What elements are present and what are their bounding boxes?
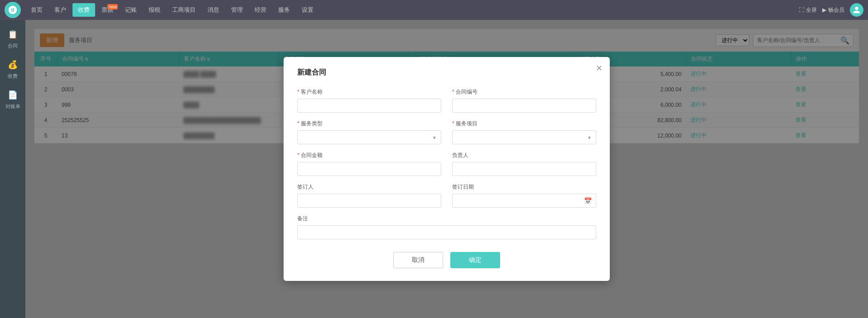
confirm-button[interactable]: 确定: [450, 252, 500, 268]
sign-date-label: 签订日期: [452, 183, 596, 191]
service-type-select-wrap: ▼: [297, 130, 441, 144]
content-area: 新增 服务项目 进行中 已完成 已终止 🔍: [25, 20, 868, 318]
fee-icon: 💰: [6, 58, 19, 71]
nav-item-tax[interactable]: 报税: [143, 3, 166, 17]
nav-item-fee[interactable]: 收费: [72, 3, 95, 17]
form-row-contract-no: 合同编号: [452, 88, 596, 113]
vip-icon: ▶: [822, 7, 826, 13]
sign-date-input[interactable]: 2023-06-06: [452, 194, 596, 208]
nav-item-home[interactable]: 首页: [25, 3, 48, 17]
service-type-label: 服务类型: [297, 120, 441, 128]
nav-item-settings[interactable]: 设置: [296, 3, 319, 17]
dialog-form: 客户名称 合同编号 服务类型 ▼: [297, 88, 596, 239]
cancel-button[interactable]: 取消: [393, 252, 443, 268]
nav-item-manage[interactable]: 管理: [226, 3, 248, 17]
nav-item-operation[interactable]: 经营: [249, 3, 272, 17]
service-item-select[interactable]: [452, 130, 596, 144]
service-item-select-wrap: ▼: [452, 130, 596, 144]
calendar-icon[interactable]: 📅: [584, 197, 592, 204]
form-row-amount: 合同金额 0.00: [297, 152, 441, 176]
note-input[interactable]: [297, 225, 596, 239]
sign-date-input-wrap: 2023-06-06 📅: [452, 194, 596, 208]
new-badge: new: [107, 4, 118, 9]
contract-no-input[interactable]: [452, 99, 596, 113]
form-row-signer: 签订人: [297, 183, 441, 208]
contract-no-label: 合同编号: [452, 88, 596, 96]
form-row-sign-date: 签订日期 2023-06-06 📅: [452, 183, 596, 208]
top-nav: 首页 客户 收费 票据 new 记账 报税 工商项目 消息 管理 经营 服务 设…: [0, 0, 868, 20]
vip-button[interactable]: ▶ 畅会员: [822, 6, 844, 14]
dialog-close-button[interactable]: ✕: [596, 63, 603, 73]
form-row-responsible: 负责人: [452, 152, 596, 176]
nav-item-business[interactable]: 工商项目: [167, 3, 201, 17]
contract-dialog: 新建合同 ✕ 客户名称 合同编号 服务类型: [284, 57, 610, 281]
amount-label: 合同金额: [297, 152, 441, 159]
sidebar-item-statement[interactable]: 📄 对账单: [1, 85, 24, 114]
sidebar-item-contract[interactable]: 📋 合同: [1, 24, 24, 53]
signer-label: 签订人: [297, 183, 441, 191]
form-row-customer: 客户名称: [297, 88, 441, 113]
form-row-note: 备注: [297, 215, 596, 239]
fullscreen-icon: ⛶: [799, 7, 804, 13]
form-row-service-type: 服务类型 ▼: [297, 120, 441, 144]
nav-item-bookkeeping[interactable]: 记账: [120, 3, 142, 17]
nav-right: ⛶ 全屏 ▶ 畅会员: [799, 3, 863, 17]
signer-input[interactable]: [297, 194, 441, 208]
service-item-label: 服务项目: [452, 120, 596, 128]
customer-name-input[interactable]: [297, 99, 441, 113]
nav-item-service[interactable]: 服务: [273, 3, 295, 17]
form-row-service-item: 服务项目 ▼: [452, 120, 596, 144]
modal-overlay: 新建合同 ✕ 客户名称 合同编号 服务类型: [25, 20, 868, 318]
responsible-input[interactable]: [452, 162, 596, 176]
note-label: 备注: [297, 215, 596, 223]
logo: [5, 2, 21, 18]
nav-items: 首页 客户 收费 票据 new 记账 报税 工商项目 消息 管理 经营 服务 设…: [25, 3, 799, 17]
sidebar: 📋 合同 💰 收费 📄 对账单: [0, 20, 25, 318]
responsible-label: 负责人: [452, 152, 596, 159]
nav-item-invoice[interactable]: 票据 new: [96, 3, 119, 17]
amount-input[interactable]: 0.00: [297, 162, 441, 176]
main-layout: 📋 合同 💰 收费 📄 对账单 新增 服务项目 进行中 已完成 已终止: [0, 20, 868, 318]
nav-item-client[interactable]: 客户: [49, 3, 72, 17]
dialog-title: 新建合同: [297, 68, 596, 77]
sidebar-item-fee[interactable]: 💰 收费: [1, 55, 24, 83]
avatar[interactable]: [850, 3, 863, 17]
service-type-select[interactable]: [297, 130, 441, 144]
customer-name-label: 客户名称: [297, 88, 441, 96]
dialog-footer: 取消 确定: [297, 252, 596, 268]
fullscreen-button[interactable]: ⛶ 全屏: [799, 6, 817, 14]
statement-icon: 📄: [6, 89, 19, 101]
nav-item-message[interactable]: 消息: [202, 3, 225, 17]
contract-icon: 📋: [6, 28, 19, 41]
